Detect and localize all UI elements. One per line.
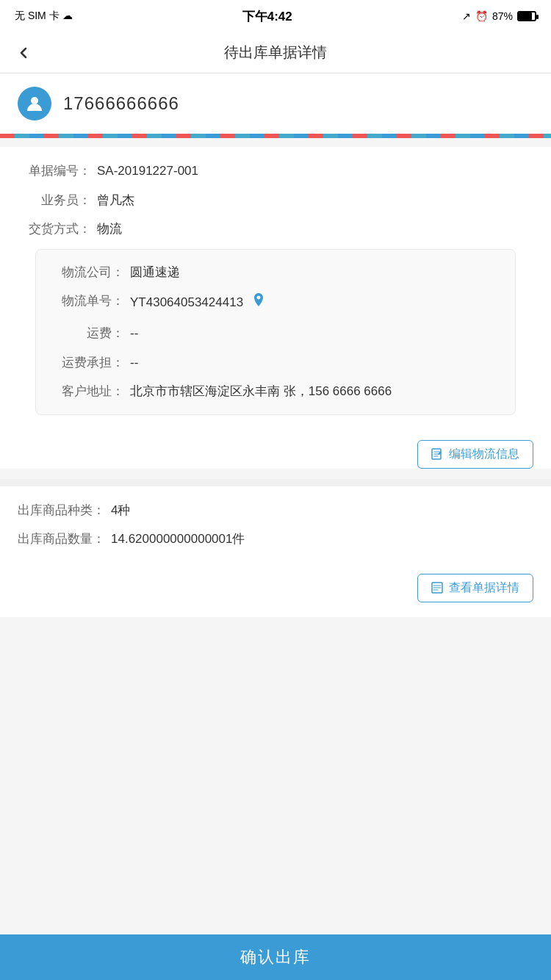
salesman-value: 曾凡杰 — [97, 191, 533, 210]
goods-type-value: 4种 — [111, 501, 533, 520]
address-value: 北京市市辖区海淀区永丰南 张，156 6666 6666 — [130, 382, 500, 401]
goods-type-label: 出库商品种类： — [18, 501, 105, 520]
edit-logistics-container: 编辑物流信息 — [0, 430, 551, 469]
location-icon[interactable] — [251, 292, 267, 314]
dashed-divider — [0, 134, 551, 138]
page-title: 待出库单据详情 — [44, 43, 507, 62]
logistics-tracking-label: 物流单号： — [51, 292, 124, 311]
address-row: 客户地址： 北京市市辖区海淀区永丰南 张，156 6666 6666 — [51, 382, 500, 401]
svg-point-0 — [31, 97, 38, 104]
logistics-card: 物流公司： 圆通速递 物流单号： YT43064053424413 运费： --… — [35, 249, 516, 415]
order-info-section: 单据编号： SA-20191227-001 业务员： 曾凡杰 交货方式： 物流 … — [0, 147, 551, 430]
status-right: ↗ ⏰ 87% — [462, 10, 536, 22]
document-number-label: 单据编号： — [18, 162, 91, 181]
battery-icon — [517, 11, 536, 21]
document-number-row: 单据编号： SA-20191227-001 — [18, 162, 533, 181]
view-details-container: 查看单据详情 — [0, 563, 551, 617]
goods-type-row: 出库商品种类： 4种 — [18, 501, 533, 520]
logistics-tracking-row: 物流单号： YT43064053424413 — [51, 292, 500, 314]
freight-bearer-label: 运费承担： — [51, 353, 124, 372]
customer-header: 17666666666 — [0, 73, 551, 134]
goods-quantity-row: 出库商品数量： 14.620000000000001件 — [18, 530, 533, 549]
customer-phone: 17666666666 — [63, 93, 179, 114]
goods-quantity-label: 出库商品数量： — [18, 530, 105, 549]
freight-label: 运费： — [51, 324, 124, 343]
goods-quantity-value: 14.620000000000001件 — [111, 530, 533, 549]
goods-section: 出库商品种类： 4种 出库商品数量： 14.620000000000001件 — [0, 486, 551, 563]
logistics-tracking-value: YT43064053424413 — [130, 292, 500, 314]
confirm-button[interactable]: 确认出库 — [0, 946, 551, 968]
confirm-bar: 确认出库 — [0, 934, 551, 980]
status-time: 下午4:42 — [242, 8, 292, 25]
address-label: 客户地址： — [51, 382, 124, 401]
freight-value: -- — [130, 324, 500, 343]
freight-row: 运费： -- — [51, 324, 500, 343]
nav-bar: 待出库单据详情 — [0, 32, 551, 73]
logistics-company-row: 物流公司： 圆通速递 — [51, 263, 500, 282]
alarm-icon: ⏰ — [475, 10, 488, 22]
avatar — [18, 87, 51, 120]
section-divider — [0, 479, 551, 486]
status-bar: 无 SIM 卡 ☁ 下午4:42 ↗ ⏰ 87% — [0, 0, 551, 32]
location-icon: ↗ — [462, 10, 471, 22]
salesman-row: 业务员： 曾凡杰 — [18, 191, 533, 210]
salesman-label: 业务员： — [18, 191, 91, 210]
view-details-label: 查看单据详情 — [449, 580, 519, 596]
freight-bearer-value: -- — [130, 353, 500, 372]
view-details-button[interactable]: 查看单据详情 — [417, 574, 533, 602]
delivery-method-row: 交货方式： 物流 — [18, 220, 533, 239]
delivery-method-label: 交货方式： — [18, 220, 91, 239]
battery-text: 87% — [492, 10, 513, 22]
freight-bearer-row: 运费承担： -- — [51, 353, 500, 372]
document-number-value: SA-20191227-001 — [97, 162, 533, 181]
status-left: 无 SIM 卡 ☁ — [15, 10, 73, 23]
delivery-method-value: 物流 — [97, 220, 533, 239]
bottom-spacer — [0, 617, 551, 764]
edit-logistics-button[interactable]: 编辑物流信息 — [417, 440, 533, 469]
edit-logistics-label: 编辑物流信息 — [449, 447, 519, 462]
back-button[interactable] — [15, 44, 44, 62]
logistics-company-label: 物流公司： — [51, 263, 124, 282]
logistics-company-value: 圆通速递 — [130, 263, 500, 282]
